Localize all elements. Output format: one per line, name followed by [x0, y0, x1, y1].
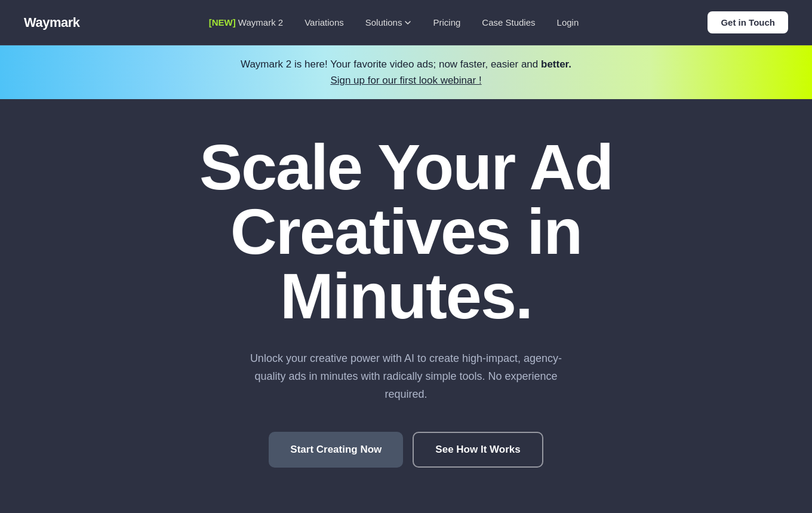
see-how-it-works-button[interactable]: See How It Works [413, 432, 543, 468]
brand-logo[interactable]: Waymark [24, 15, 80, 30]
nav-item-pricing[interactable]: Pricing [433, 17, 460, 28]
solutions-label: Solutions [365, 17, 402, 27]
nav-links: [NEW] Waymark 2 Variations Solutions Pri… [209, 17, 579, 28]
nav-item-solutions[interactable]: Solutions [365, 17, 412, 27]
new-badge: [NEW] [209, 17, 236, 27]
chevron-down-icon [404, 19, 411, 26]
hero-headline: Scale Your Ad Creatives in Minutes. [199, 135, 613, 328]
start-creating-button[interactable]: Start Creating Now [269, 432, 403, 468]
announcement-text-part1: Waymark 2 is here! Your favorite video a… [241, 59, 541, 70]
hero-cta-buttons: Start Creating Now See How It Works [269, 432, 543, 468]
announcement-banner: Waymark 2 is here! Your favorite video a… [0, 45, 812, 99]
nav-item-variations[interactable]: Variations [304, 17, 344, 28]
hero-headline-line2: Creatives in [230, 195, 582, 268]
nav-item-login[interactable]: Login [557, 17, 579, 28]
get-in-touch-button[interactable]: Get in Touch [708, 11, 788, 33]
announcement-text-part2[interactable]: Sign up for our first look webinar ! [330, 75, 481, 86]
nav-item-case-studies[interactable]: Case Studies [482, 17, 535, 28]
hero-section: Scale Your Ad Creatives in Minutes. Unlo… [0, 99, 812, 513]
navbar: Waymark [NEW] Waymark 2 Variations Solut… [0, 0, 812, 45]
hero-subheadline: Unlock your creative power with AI to cr… [239, 350, 573, 403]
hero-headline-line3: Minutes. [280, 260, 532, 332]
announcement-bold: better. [541, 59, 571, 70]
waymark2-label: Waymark 2 [238, 17, 283, 27]
hero-headline-line1: Scale Your Ad [199, 131, 613, 203]
nav-item-waymark2[interactable]: [NEW] Waymark 2 [209, 17, 283, 28]
